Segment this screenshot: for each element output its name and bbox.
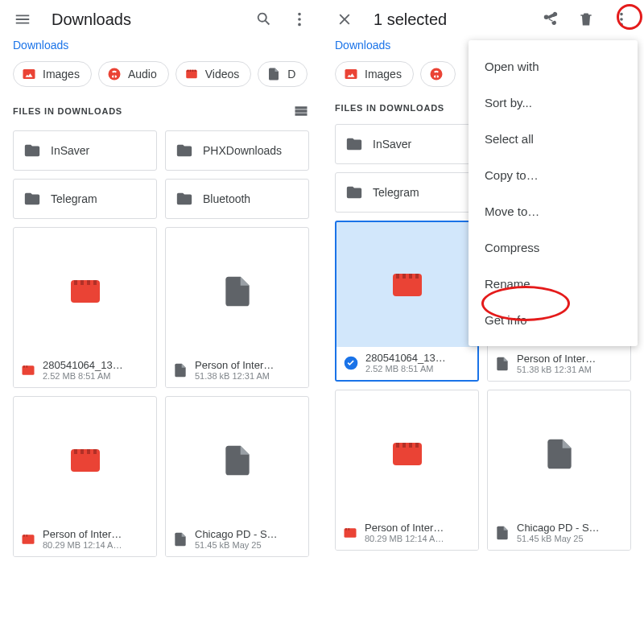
file-preview (166, 397, 308, 523)
chip-label: Images (43, 68, 80, 80)
file-meta: 2.52 MB 8:51 AM (43, 371, 123, 381)
video-file-icon (20, 362, 36, 378)
section-label: FILES IN DOWNLOADS (13, 106, 122, 116)
menu-open-with[interactable]: Open with (469, 48, 638, 85)
chip-label: D (287, 68, 295, 80)
menu-rename[interactable]: Rename (469, 266, 638, 302)
chip-images[interactable]: Images (13, 61, 92, 87)
chip-videos[interactable]: Videos (175, 61, 252, 87)
video-file-icon (66, 441, 105, 480)
file-footer: Person of Inter… 80.29 MB 12:14 A… (14, 523, 156, 556)
chip-audio[interactable] (420, 61, 456, 87)
folder-name: InSaver (373, 138, 411, 151)
file-name: Person of Inter… (43, 528, 122, 540)
folder-name: InSaver (51, 144, 89, 157)
menu-select-all[interactable]: Select all (469, 121, 638, 157)
file-meta: 80.29 MB 12:14 A… (365, 534, 444, 543)
menu-copy-to[interactable]: Copy to… (469, 157, 638, 193)
video-file-icon (388, 435, 427, 473)
folder-item[interactable]: Telegram (335, 172, 479, 213)
hamburger-icon[interactable] (6, 3, 39, 35)
generic-file-icon (172, 362, 188, 378)
video-file-icon (66, 272, 105, 311)
more-icon[interactable] (605, 3, 638, 35)
file-item[interactable]: Chicago PD - S… 51.45 kB May 25 (165, 396, 309, 557)
share-icon[interactable] (535, 3, 567, 35)
file-item[interactable]: 280541064_13… 2.52 MB 8:51 AM (13, 227, 157, 388)
file-meta: 51.45 kB May 25 (517, 534, 600, 543)
filter-chips: Images Audio Videos D (0, 52, 322, 97)
folder-item[interactable]: Bluetooth (165, 179, 309, 219)
file-preview (14, 228, 156, 354)
top-bar: Downloads (0, 0, 322, 39)
folder-name: Telegram (373, 186, 419, 199)
file-footer: Chicago PD - S… 51.45 kB May 25 (166, 523, 308, 556)
file-item[interactable]: Person of Inter… 80.29 MB 12:14 A… (335, 390, 479, 551)
pane-selection: 1 selected Downloads Images FILES IN DOW… (322, 0, 644, 644)
page-title: Downloads (42, 10, 245, 29)
svg-point-1 (108, 68, 120, 80)
close-icon[interactable] (328, 3, 361, 35)
menu-compress[interactable]: Compress (469, 229, 638, 266)
file-meta: 51.45 kB May 25 (195, 540, 278, 550)
list-view-icon[interactable] (293, 103, 309, 119)
folder-item[interactable]: Telegram (13, 179, 157, 219)
chip-images[interactable]: Images (335, 61, 414, 87)
file-footer: 280541064_13… 2.52 MB 8:51 AM (336, 347, 477, 380)
file-name: Person of Inter… (365, 522, 444, 534)
menu-sort-by[interactable]: Sort by... (469, 85, 638, 121)
file-meta: 51.38 kB 12:31 AM (517, 365, 596, 374)
file-footer: Chicago PD - S… 51.45 kB May 25 (488, 517, 630, 550)
file-preview (166, 228, 308, 354)
chip-audio[interactable]: Audio (98, 61, 169, 87)
folder-name: PHXDownloads (203, 144, 282, 157)
folder-item[interactable]: InSaver (335, 124, 479, 164)
file-meta: 2.52 MB 8:51 AM (365, 364, 446, 374)
file-preview (336, 222, 477, 347)
breadcrumb[interactable]: Downloads (0, 39, 322, 52)
generic-file-icon (494, 356, 510, 372)
section-label: FILES IN DOWNLOADS (335, 103, 444, 113)
delete-icon[interactable] (570, 3, 602, 35)
svg-rect-7 (345, 69, 357, 79)
svg-point-8 (430, 68, 442, 80)
file-name: Person of Inter… (517, 353, 596, 365)
file-preview (488, 390, 630, 517)
folder-name: Telegram (51, 192, 97, 205)
checkmark-icon (343, 355, 359, 371)
more-icon[interactable] (283, 3, 316, 35)
file-meta: 80.29 MB 12:14 A… (43, 540, 122, 550)
section-header: FILES IN DOWNLOADS (0, 97, 322, 124)
file-preview (336, 390, 478, 517)
menu-get-info[interactable]: Get info (469, 302, 638, 338)
file-name: 280541064_13… (365, 352, 446, 364)
file-footer: Person of Inter… 51.38 kB 12:31 AM (166, 354, 308, 387)
video-file-icon (20, 531, 36, 547)
file-name: Chicago PD - S… (517, 522, 600, 534)
pane-browse: Downloads Downloads Images Audio Videos … (0, 0, 322, 644)
search-icon[interactable] (248, 3, 280, 35)
file-item-selected[interactable]: 280541064_13… 2.52 MB 8:51 AM (335, 221, 479, 382)
file-footer: Person of Inter… 51.38 kB 12:31 AM (488, 348, 630, 381)
chip-documents[interactable]: D (258, 61, 308, 87)
file-preview (14, 397, 156, 523)
file-item[interactable]: Person of Inter… 51.38 kB 12:31 AM (165, 227, 309, 388)
menu-move-to[interactable]: Move to… (469, 193, 638, 229)
file-name: Chicago PD - S… (195, 528, 278, 540)
file-footer: 280541064_13… 2.52 MB 8:51 AM (14, 354, 156, 387)
file-item[interactable]: Person of Inter… 80.29 MB 12:14 A… (13, 396, 157, 557)
video-file-icon (388, 266, 427, 304)
file-name: Person of Inter… (195, 359, 274, 371)
file-item[interactable]: Chicago PD - S… 51.45 kB May 25 (487, 390, 631, 551)
generic-file-icon (220, 443, 255, 478)
generic-file-icon (494, 525, 510, 541)
folder-name: Bluetooth (203, 192, 250, 205)
folder-item[interactable]: InSaver (13, 130, 157, 171)
file-name: 280541064_13… (43, 359, 123, 371)
overflow-menu: Open with Sort by... Select all Copy to…… (469, 40, 638, 346)
folder-item[interactable]: PHXDownloads (165, 130, 309, 171)
file-footer: Person of Inter… 80.29 MB 12:14 A… (336, 517, 478, 550)
file-meta: 51.38 kB 12:31 AM (195, 371, 274, 381)
chip-label: Images (365, 68, 402, 80)
item-grid: InSaver PHXDownloads Telegram Bluetooth … (0, 124, 322, 557)
